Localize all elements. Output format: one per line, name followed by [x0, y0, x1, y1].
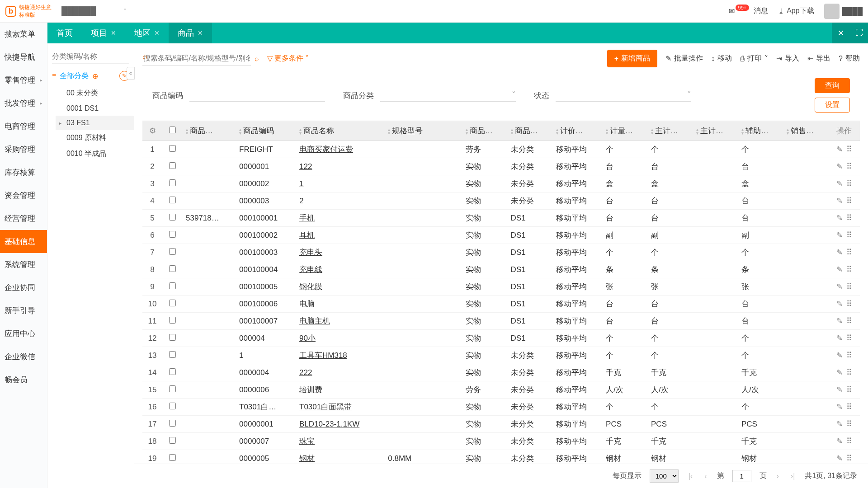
cell-name[interactable]: 电商买家付运费	[296, 141, 384, 158]
col-select-all[interactable]	[162, 121, 182, 141]
category-item-0[interactable]: 00 未分类	[56, 85, 134, 101]
close-tab-button[interactable]: ✕	[832, 23, 850, 43]
col-price[interactable]: ▴▾计价…	[552, 121, 602, 141]
first-page-button[interactable]: |‹	[687, 472, 694, 480]
sidenav-item-13[interactable]: 应用中心	[0, 322, 47, 345]
row-checkbox[interactable]	[169, 334, 176, 341]
row-checkbox[interactable]	[169, 231, 176, 238]
more-icon[interactable]: ⠿	[846, 317, 852, 325]
category-search[interactable]: ⌕	[52, 50, 129, 64]
close-icon[interactable]: ✕	[198, 29, 203, 37]
cell-name[interactable]: 90小	[296, 330, 384, 347]
table-row[interactable]: 150000006培训费劳务未分类移动平均人/次人/次人/次✎⠿	[142, 381, 860, 399]
row-checkbox[interactable]	[169, 317, 176, 324]
search-icon[interactable]: ⌕	[142, 52, 147, 61]
more-icon[interactable]: ⠿	[846, 265, 852, 274]
cell-name[interactable]: 钢化膜	[296, 278, 384, 296]
filter-code-input[interactable]	[189, 89, 325, 102]
table-row[interactable]: 190000005钢材0.8MM实物未分类移动平均钢材钢材钢材✎⠿	[142, 450, 860, 464]
last-page-button[interactable]: ›|	[789, 472, 797, 480]
messages-button[interactable]: ✉ 99+ 消息	[729, 6, 769, 16]
sidenav-item-3[interactable]: 批发管理▸	[0, 92, 47, 115]
row-checkbox[interactable]	[169, 197, 176, 203]
col-qty[interactable]: ▴▾计量…	[602, 121, 647, 141]
table-row[interactable]: 8000100004充电线实物DS1移动平均条条条✎⠿	[142, 261, 860, 278]
sidenav-item-9[interactable]: 基础信息	[0, 230, 47, 253]
help-button[interactable]: ?帮助	[839, 54, 860, 63]
tab-1[interactable]: 项目✕	[82, 23, 125, 43]
col-cat[interactable]: ▴▾商品…	[507, 121, 552, 141]
move-button[interactable]: ↕移动	[711, 54, 732, 63]
more-icon[interactable]: ⠿	[846, 300, 852, 308]
sidenav-item-4[interactable]: 电商管理	[0, 115, 47, 138]
more-icon[interactable]: ⠿	[846, 248, 852, 257]
edit-icon[interactable]: ✎	[836, 454, 843, 463]
table-row[interactable]: 1700000001BLD10-23-1.1KW实物未分类移动平均PCSPCSP…	[142, 416, 860, 433]
more-icon[interactable]: ⠿	[846, 282, 852, 291]
row-checkbox[interactable]	[169, 248, 176, 255]
page-input[interactable]	[732, 470, 751, 482]
user-menu[interactable]: ████	[824, 4, 863, 19]
export-button[interactable]: ⇤导出	[807, 54, 830, 63]
table-row[interactable]: 9000100005钢化膜实物DS1移动平均张张张✎⠿	[142, 278, 860, 296]
col-sale[interactable]: ▴▾销售…	[783, 121, 828, 141]
table-row[interactable]: 5539718…000100001手机实物DS1移动平均台台台✎⠿	[142, 210, 860, 227]
col-img[interactable]: ▴▾商品…	[182, 121, 236, 141]
col-attr[interactable]: ▴▾商品…	[462, 121, 507, 141]
col-config-button[interactable]: ⚙	[142, 121, 162, 141]
edit-icon[interactable]: ✎	[836, 214, 843, 222]
row-checkbox[interactable]	[169, 300, 176, 306]
table-row[interactable]: 1200000490小实物DS1移动平均个个个✎⠿	[142, 330, 860, 347]
sidenav-item-10[interactable]: 系统管理	[0, 253, 47, 276]
edit-icon[interactable]: ✎	[836, 420, 843, 428]
more-icon[interactable]: ⠿	[846, 385, 852, 394]
batch-ops-button[interactable]: ✎批量操作	[665, 54, 703, 63]
table-row[interactable]: 20000001122实物未分类移动平均台台台✎⠿	[142, 158, 860, 175]
edit-icon[interactable]: ✎	[836, 231, 843, 239]
cell-name[interactable]: 手机	[296, 210, 384, 227]
cell-name[interactable]: 222	[296, 364, 384, 381]
filter-cat-select[interactable]: ˅	[380, 89, 516, 102]
add-product-button[interactable]: + 新增商品	[607, 50, 657, 67]
edit-icon[interactable]: ✎	[836, 334, 843, 343]
row-checkbox[interactable]	[169, 368, 176, 375]
row-checkbox[interactable]	[169, 282, 176, 289]
fullscreen-button[interactable]: ⛶	[850, 23, 868, 43]
settings-button[interactable]: 设置	[815, 98, 850, 113]
row-checkbox[interactable]	[169, 179, 176, 186]
filter-status-select[interactable]: ˅	[556, 89, 691, 102]
tab-3[interactable]: 商品✕	[169, 23, 212, 43]
row-checkbox[interactable]	[169, 454, 176, 461]
col-aux[interactable]: ▴▾辅助…	[738, 121, 783, 141]
cell-name[interactable]: 耳机	[296, 227, 384, 244]
per-page-select[interactable]: 100	[650, 469, 679, 483]
cell-name[interactable]: 充电头	[296, 244, 384, 261]
edit-icon[interactable]: ✎	[836, 300, 843, 308]
more-icon[interactable]: ⠿	[846, 231, 852, 239]
cell-name[interactable]: T0301白面黑带	[296, 399, 384, 416]
more-icon[interactable]: ⠿	[846, 214, 852, 222]
cell-name[interactable]: 充电线	[296, 261, 384, 278]
edit-icon[interactable]: ✎	[836, 351, 843, 360]
close-icon[interactable]: ✕	[111, 29, 116, 37]
product-search-input[interactable]	[142, 52, 251, 66]
table-row[interactable]: 7000100003充电头实物DS1移动平均个个个✎⠿	[142, 244, 860, 261]
row-checkbox[interactable]	[169, 385, 176, 392]
select-all-checkbox[interactable]	[169, 127, 176, 133]
more-icon[interactable]: ⠿	[846, 403, 852, 411]
prev-page-button[interactable]: ‹	[703, 472, 708, 480]
table-row[interactable]: 140000004222实物未分类移动平均千克千克千克✎⠿	[142, 364, 860, 381]
cell-name[interactable]: 电脑	[296, 296, 384, 313]
cell-name[interactable]: BLD10-23-1.1KW	[296, 416, 384, 433]
edit-icon[interactable]: ✎	[836, 385, 843, 394]
more-icon[interactable]: ⠿	[846, 179, 852, 188]
sidenav-item-1[interactable]: 快捷导航	[0, 46, 47, 69]
edit-icon[interactable]: ✎	[836, 145, 843, 154]
sidenav-item-2[interactable]: 零售管理▸	[0, 69, 47, 92]
more-icon[interactable]: ⠿	[846, 351, 852, 360]
col-main2[interactable]: ▴▾主计…	[693, 121, 738, 141]
row-checkbox[interactable]	[169, 420, 176, 427]
table-row[interactable]: 16T0301白…T0301白面黑带实物未分类移动平均个个个✎⠿	[142, 399, 860, 416]
sidenav-item-6[interactable]: 库存核算	[0, 161, 47, 184]
category-search-input[interactable]	[52, 50, 142, 63]
